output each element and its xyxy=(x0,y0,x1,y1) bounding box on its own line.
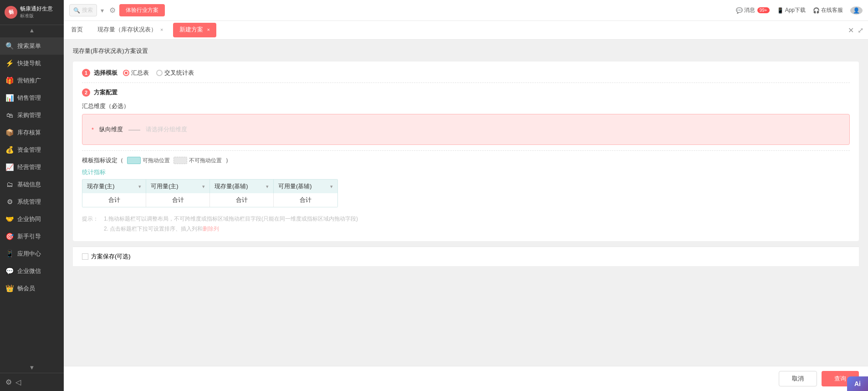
sidebar-item-app-center[interactable]: 📱 应用中心 xyxy=(0,245,64,262)
sidebar-collapse-icon[interactable]: ◁ xyxy=(15,378,21,386)
finance-icon: 💰 xyxy=(5,146,14,154)
stats-table: 现存量(主) ▾ 可用量(主) ▾ 现存量(基辅) ▾ 可用量(基辅) xyxy=(82,179,338,207)
fixed-legend-box xyxy=(174,157,187,164)
tip-2: 2. 点击标题栏下拉可设置排序、插入列和删除列 xyxy=(82,224,850,234)
save-checkbox[interactable] xyxy=(82,253,88,260)
movable-legend-box xyxy=(127,157,141,164)
radio-cross-label: 交叉统计表 xyxy=(164,69,194,77)
topbar: 🔍 搜索 ▾ ⚙ 体验行业方案 💬 消息 99+ 📱 App下载 🎧 在线客服 xyxy=(64,0,868,21)
stats-col-3-header[interactable]: 现存量(基辅) ▾ xyxy=(210,180,274,193)
col-1-name: 现存量(主) xyxy=(87,182,115,190)
dimension-box[interactable]: * 纵向维度 —— 请选择分组维度 xyxy=(82,114,850,145)
dim-divider xyxy=(82,150,850,151)
sidebar-item-label: 系统管理 xyxy=(17,198,41,206)
step1-num: 1 xyxy=(82,69,90,77)
sidebar-item-new-guide[interactable]: 🎯 新手引导 xyxy=(0,228,64,245)
sidebar-item-label: 企业协同 xyxy=(17,215,41,223)
vip-icon: 👑 xyxy=(5,284,14,293)
sidebar-settings-icon[interactable]: ⚙ xyxy=(5,378,12,386)
sidebar-item-inventory[interactable]: 📦 库存核算 xyxy=(0,124,64,141)
sidebar-item-finance[interactable]: 💰 资金管理 xyxy=(0,141,64,159)
col-4-name: 可用量(基辅) xyxy=(278,182,312,190)
sidebar-item-label: 采购管理 xyxy=(17,111,41,119)
sidebar-item-label: 营销推广 xyxy=(17,77,41,85)
tab-home[interactable]: 首页 xyxy=(64,21,90,39)
sidebar-item-purchase[interactable]: 🛍 采购管理 xyxy=(0,107,64,124)
headset-icon: 🎧 xyxy=(813,7,820,14)
sidebar-item-label: 畅会员 xyxy=(17,284,35,293)
sidebar-scroll-down[interactable]: ▼ xyxy=(0,362,64,373)
content-area: 现存量(库存状况表)方案设置 1 选择模板 汇总表 交叉统计表 xyxy=(64,40,868,366)
main-content: 🔍 搜索 ▾ ⚙ 体验行业方案 💬 消息 99+ 📱 App下载 🎧 在线客服 xyxy=(64,0,868,391)
sidebar-scroll-up[interactable]: ▲ xyxy=(0,25,64,36)
tabs-bar: 首页 现存量（库存状况表） × 新建方案 × ✕ ⤢ xyxy=(64,21,868,40)
tip-1: 提示： 1.拖动标题栏可以调整布局，不可跨维度或指标区域拖动栏目字段(只能在同一… xyxy=(82,214,850,224)
search-icon: 🔍 xyxy=(73,7,80,14)
sidebar-item-sys-mgmt[interactable]: ⚙ 系统管理 xyxy=(0,193,64,211)
basic-info-icon: 🗂 xyxy=(5,180,14,189)
stats-col-1-body: 合计 xyxy=(82,193,146,207)
tab-inventory-status[interactable]: 现存量（库存状况表） × xyxy=(90,21,170,39)
save-area: 方案保存(可选) xyxy=(73,247,859,266)
app-name: 畅康通好生意 xyxy=(20,5,53,13)
operations-icon: 📈 xyxy=(5,163,14,171)
sidebar: 畅 畅康通好生意 标准版 ▲ 🔍 搜索菜单 ⚡ 快捷导航 🎁 营销推广 📊 销售… xyxy=(0,0,64,391)
sidebar-item-corp-wechat[interactable]: 💬 企业微信 xyxy=(0,262,64,280)
sidebar-item-label: 销售管理 xyxy=(17,94,41,102)
sidebar-item-marketing[interactable]: 🎁 营销推广 xyxy=(0,72,64,89)
tab-expand-icon[interactable]: ⤢ xyxy=(858,26,863,35)
step1-header: 1 选择模板 汇总表 交叉统计表 xyxy=(82,69,850,77)
radio-cross[interactable]: 交叉统计表 xyxy=(156,69,194,77)
stats-col-2-body: 合计 xyxy=(146,193,210,207)
online-service-item[interactable]: 🎧 在线客服 xyxy=(813,6,843,14)
messages-badge: 99+ xyxy=(757,7,770,13)
phone-icon: 📱 xyxy=(777,7,784,14)
topbar-dropdown-icon[interactable]: ▾ xyxy=(101,7,104,14)
col-1-arrow[interactable]: ▾ xyxy=(138,184,141,190)
stats-col-2-header[interactable]: 可用量(主) ▾ xyxy=(146,180,210,193)
step2-label: 方案配置 xyxy=(94,88,117,97)
indicator-settings-row: 模板指标设定（ 可拖动位置 不可拖动位置 ） xyxy=(82,156,850,165)
topbar-right: 💬 消息 99+ 📱 App下载 🎧 在线客服 👤 xyxy=(736,6,863,15)
sidebar-item-quick-nav[interactable]: ⚡ 快捷导航 xyxy=(0,55,64,72)
app-version: 标准版 xyxy=(20,13,53,19)
indicator-settings-label-end: ） xyxy=(225,156,231,165)
tab-new-plan[interactable]: 新建方案 × xyxy=(173,23,216,37)
sidebar-item-label: 快捷导航 xyxy=(17,59,41,67)
sidebar-item-search-menu[interactable]: 🔍 搜索菜单 xyxy=(0,37,64,55)
sidebar-item-label: 搜索菜单 xyxy=(17,42,41,50)
tab-inventory-close-icon[interactable]: × xyxy=(160,27,163,32)
legend-fixed: 不可拖动位置 xyxy=(174,157,222,165)
topbar-search-box[interactable]: 🔍 搜索 xyxy=(69,4,97,16)
step1-divider xyxy=(82,82,850,83)
topbar-gear-icon[interactable]: ⚙ xyxy=(109,6,116,15)
col-4-arrow[interactable]: ▾ xyxy=(330,184,333,190)
col-2-arrow[interactable]: ▾ xyxy=(202,184,205,190)
trial-btn[interactable]: 体验行业方案 xyxy=(119,4,165,16)
tab-close-all-icon[interactable]: ✕ xyxy=(848,26,854,35)
stats-col-3-body: 合计 xyxy=(210,193,274,207)
sidebar-item-operations[interactable]: 📈 经营管理 xyxy=(0,159,64,176)
sidebar-item-basic-info[interactable]: 🗂 基础信息 xyxy=(0,176,64,193)
radio-summary[interactable]: 汇总表 xyxy=(123,69,149,77)
sidebar-item-label: 新手引导 xyxy=(17,232,41,241)
messages-item[interactable]: 💬 消息 99+ xyxy=(736,6,770,14)
stats-col-4-header[interactable]: 可用量(基辅) ▾ xyxy=(274,180,337,193)
app-download-item[interactable]: 📱 App下载 xyxy=(777,6,806,14)
tab-new-plan-close-icon[interactable]: × xyxy=(207,27,209,32)
ai-button[interactable]: Ai xyxy=(847,376,868,391)
sidebar-item-corp-collab[interactable]: 🤝 企业协同 xyxy=(0,211,64,228)
cancel-button[interactable]: 取消 xyxy=(779,371,817,386)
sidebar-item-sales[interactable]: 📊 销售管理 xyxy=(0,89,64,107)
col-3-arrow[interactable]: ▾ xyxy=(266,184,269,190)
stats-col-1-header[interactable]: 现存量(主) ▾ xyxy=(82,180,146,193)
purchase-icon: 🛍 xyxy=(5,111,14,119)
footer-bar: 取消 查询 xyxy=(64,366,868,391)
user-avatar[interactable]: 👤 xyxy=(850,6,863,15)
sidebar-item-vip[interactable]: 👑 畅会员 xyxy=(0,280,64,297)
sys-mgmt-icon: ⚙ xyxy=(5,198,14,206)
dim-arrow: —— xyxy=(128,126,140,133)
topbar-left: 🔍 搜索 ▾ ⚙ 体验行业方案 xyxy=(69,4,165,16)
stats-title: 统计指标 xyxy=(82,168,850,176)
new-guide-icon: 🎯 xyxy=(5,232,14,241)
